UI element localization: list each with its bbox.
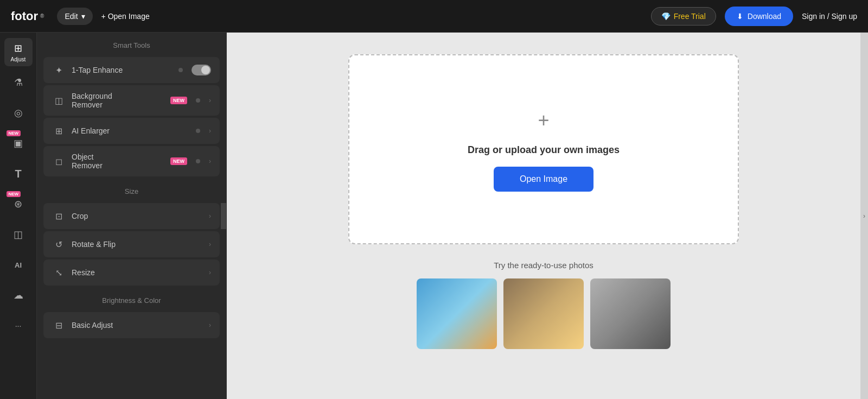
icon-rail: ⊞ Adjust ⚗ ◎ NEW ▣ T NEW ⊛ ◫ AI ☁ ··· bbox=[0, 33, 37, 399]
right-panel-collapse[interactable]: › bbox=[860, 33, 868, 399]
effects-icon: ◎ bbox=[14, 107, 23, 119]
tool-name-basic-adjust: Basic Adjust bbox=[72, 321, 202, 330]
open-image-header-button[interactable]: + Open Image bbox=[101, 12, 150, 21]
ready-title: Try the ready-to-use photos bbox=[348, 261, 739, 270]
sample-photo-2[interactable] bbox=[503, 278, 584, 349]
adjust-icon: ⊞ bbox=[14, 42, 22, 54]
frames-icon: ▣ bbox=[14, 137, 23, 149]
logo: fotor® bbox=[11, 9, 44, 23]
obj-dot bbox=[196, 159, 200, 163]
left-panel: Smart Tools ✦ 1-Tap Enhance ◫ Background… bbox=[37, 33, 227, 399]
sign-in-button[interactable]: Sign in / Sign up bbox=[802, 12, 857, 21]
tool-name-rotate: Rotate & Flip bbox=[72, 240, 202, 249]
plus-icon: + bbox=[531, 107, 557, 134]
resize-icon: ⤡ bbox=[52, 266, 65, 279]
header-right: 💎 Free Trial ⬇ Download Sign in / Sign u… bbox=[651, 7, 857, 26]
crop-icon: ⊡ bbox=[52, 210, 65, 223]
ai-icon: AI bbox=[15, 261, 22, 269]
photo-grid bbox=[348, 278, 739, 349]
tool-item-bg-remover[interactable]: ◫ BackgroundRemover NEW › bbox=[43, 85, 220, 116]
tool-name-crop: Crop bbox=[72, 212, 202, 220]
enhance-dot bbox=[178, 68, 183, 72]
obj-new-badge: NEW bbox=[170, 157, 187, 165]
more-icon: ··· bbox=[15, 321, 22, 330]
stickers-icon: ⊛ bbox=[14, 198, 22, 210]
sample-photo-3[interactable] bbox=[590, 278, 671, 349]
bg-dot bbox=[196, 98, 200, 103]
rail-item-cloud[interactable]: ☁ bbox=[4, 281, 33, 309]
sample-photo-1[interactable] bbox=[417, 278, 497, 349]
rail-item-adjust[interactable]: ⊞ Adjust bbox=[4, 38, 33, 66]
rotate-arrow-icon: › bbox=[209, 240, 211, 248]
tool-name-ai-enlarger: AI Enlarger bbox=[72, 126, 189, 135]
rail-item-elements[interactable]: ◫ bbox=[4, 220, 33, 249]
tool-item-resize[interactable]: ⤡ Resize › bbox=[43, 259, 220, 286]
bg-remover-icon: ◫ bbox=[52, 94, 65, 107]
elements-icon: ◫ bbox=[14, 229, 23, 240]
canvas-area: + Drag or upload your own images Open Im… bbox=[227, 33, 860, 399]
main-content: ⊞ Adjust ⚗ ◎ NEW ▣ T NEW ⊛ ◫ AI ☁ ··· bbox=[0, 33, 868, 399]
obj-remover-icon: ◻ bbox=[52, 155, 65, 168]
enhance-toggle[interactable] bbox=[192, 65, 211, 75]
crop-arrow-icon: › bbox=[209, 212, 211, 220]
tool-item-rotate[interactable]: ↺ Rotate & Flip › bbox=[43, 231, 220, 257]
chevron-right-icon: › bbox=[863, 212, 865, 220]
rail-item-frames[interactable]: NEW ▣ bbox=[4, 129, 33, 157]
toggle-knob bbox=[201, 66, 210, 74]
bg-arrow-icon: › bbox=[209, 97, 211, 104]
size-title: Size bbox=[37, 179, 226, 201]
tool-item-ai-enlarger[interactable]: ⊞ AI Enlarger › bbox=[43, 118, 220, 144]
new-badge-stickers: NEW bbox=[7, 191, 21, 197]
tool-name-resize: Resize bbox=[72, 268, 202, 277]
text-icon: T bbox=[15, 168, 21, 180]
rail-item-ai[interactable]: AI bbox=[4, 251, 33, 279]
edit-button[interactable]: Edit ▾ bbox=[57, 8, 92, 25]
tool-item-one-tap[interactable]: ✦ 1-Tap Enhance bbox=[43, 57, 220, 83]
tool-item-basic-adjust[interactable]: ⊟ Basic Adjust › bbox=[43, 312, 220, 338]
enhance-icon: ✦ bbox=[52, 64, 65, 77]
obj-arrow-icon: › bbox=[209, 157, 211, 165]
free-trial-button[interactable]: 💎 Free Trial bbox=[651, 7, 716, 26]
new-badge-frames: NEW bbox=[7, 130, 21, 136]
download-icon: ⬇ bbox=[737, 12, 743, 21]
enlarger-dot bbox=[196, 129, 200, 133]
chevron-down-icon: ▾ bbox=[81, 12, 85, 21]
rail-item-stickers[interactable]: NEW ⊛ bbox=[4, 190, 33, 218]
open-image-canvas-button[interactable]: Open Image bbox=[494, 167, 593, 192]
tool-name-one-tap: 1-Tap Enhance bbox=[72, 66, 172, 74]
tool-item-crop[interactable]: ⊡ Crop › bbox=[43, 203, 220, 229]
beauty-icon: ⚗ bbox=[14, 77, 23, 88]
ready-section: Try the ready-to-use photos bbox=[348, 261, 739, 349]
tool-name-bg-remover: BackgroundRemover bbox=[72, 92, 164, 109]
brightness-title: Brightness & Color bbox=[37, 288, 226, 310]
rail-item-effects[interactable]: ◎ bbox=[4, 99, 33, 127]
cloud-icon: ☁ bbox=[14, 289, 23, 301]
diamond-icon: 💎 bbox=[661, 12, 671, 21]
ai-enlarger-icon: ⊞ bbox=[52, 124, 65, 137]
header: fotor® Edit ▾ + Open Image 💎 Free Trial … bbox=[0, 0, 868, 33]
rail-item-beauty[interactable]: ⚗ bbox=[4, 68, 33, 97]
adjust-label: Adjust bbox=[11, 56, 26, 62]
upload-zone[interactable]: + Drag or upload your own images Open Im… bbox=[348, 54, 739, 244]
download-button[interactable]: ⬇ Download bbox=[725, 7, 793, 26]
basic-adjust-icon: ⊟ bbox=[52, 319, 65, 332]
enlarger-arrow-icon: › bbox=[209, 127, 211, 135]
smart-tools-title: Smart Tools bbox=[37, 33, 226, 55]
rail-item-text[interactable]: T bbox=[4, 160, 33, 188]
resize-arrow-icon: › bbox=[209, 269, 211, 276]
tool-name-obj-remover: ObjectRemover bbox=[72, 153, 164, 170]
panel-collapse-button[interactable]: ‹ bbox=[221, 203, 227, 229]
upload-text: Drag or upload your own images bbox=[468, 144, 620, 156]
rotate-icon: ↺ bbox=[52, 238, 65, 251]
tool-item-obj-remover[interactable]: ◻ ObjectRemover NEW › bbox=[43, 146, 220, 176]
bg-new-badge: NEW bbox=[170, 97, 187, 104]
rail-item-more[interactable]: ··· bbox=[4, 312, 33, 340]
basic-adjust-arrow-icon: › bbox=[209, 321, 211, 329]
